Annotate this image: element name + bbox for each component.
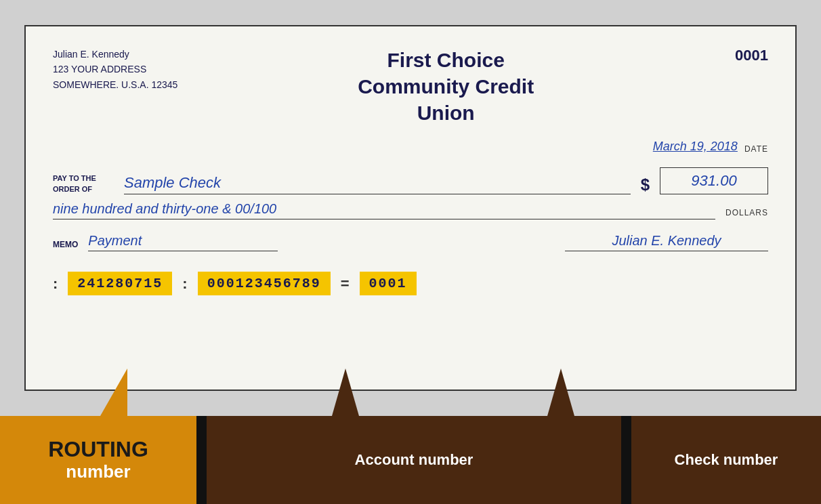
check-number-label-text: Check number [675,451,778,469]
micr-account: 000123456789 [198,272,331,295]
gap2 [625,416,631,504]
routing-sub: number [66,461,130,482]
memo-line: Payment [88,233,278,251]
memo-left: MEMO Payment [53,233,565,251]
date-label: DATE [744,144,768,154]
micr-symbol-equals: = [341,275,350,293]
date-row: March 19, 2018 DATE [53,140,768,154]
routing-arrow [100,369,127,416]
account-arrow [332,369,359,416]
payer-address1: 123 YOUR ADDRESS [53,62,177,77]
check: Julian E. Kennedy 123 YOUR ADDRESS SOMEW… [24,25,797,391]
memo-value: Payment [88,233,142,248]
gap1 [196,416,203,504]
check-number-label: Check number [631,416,821,504]
payer-name: Julian E. Kennedy [53,47,177,62]
payer-address: Julian E. Kennedy 123 YOUR ADDRESS SOMEW… [53,47,177,92]
signature-value: Julian E. Kennedy [612,233,721,248]
amount-value: 931.00 [691,172,736,189]
micr-check-number: 0001 [360,272,417,295]
pay-row: PAY TO THE ORDER OF Sample Check $ 931.0… [53,167,768,194]
account-label: Account number [207,416,621,504]
dollar-sign: $ [641,175,650,194]
pay-label: PAY TO THE ORDER OF [53,173,114,194]
micr-row: : 241280715 : 000123456789 = 0001 [53,272,768,295]
signature-area: Julian E. Kennedy [565,233,768,251]
signature-line: Julian E. Kennedy [565,233,768,251]
payer-address2: SOMEWHERE. U.S.A. 12345 [53,77,177,92]
amount-box: 931.00 [660,167,768,194]
micr-symbol-left: : [53,275,58,293]
written-amount: nine hundred and thirty-one & 00/100 [53,201,276,216]
micr-symbol-right: : [182,275,187,293]
payee-name: Sample Check [124,174,221,191]
memo-row: MEMO Payment Julian E. Kennedy [53,233,768,251]
written-amount-line: nine hundred and thirty-one & 00/100 [53,201,715,219]
account-label-text: Account number [355,451,473,469]
check-number-arrow [547,369,574,416]
check-top: Julian E. Kennedy 123 YOUR ADDRESS SOMEW… [53,47,768,126]
payee-line: Sample Check [124,174,631,194]
bank-name: First Choice Community Credit Union [358,47,534,126]
routing-label: ROUTING number [0,416,196,504]
date-value: March 19, 2018 [653,140,738,154]
routing-title: ROUTING [48,438,148,461]
written-amount-row: nine hundred and thirty-one & 00/100 DOL… [53,201,768,219]
micr-routing: 241280715 [68,272,172,295]
dollars-label: DOLLARS [725,208,768,219]
check-area: Julian E. Kennedy 123 YOUR ADDRESS SOMEW… [0,0,821,416]
memo-label: MEMO [53,240,78,251]
check-number-top: 0001 [714,47,768,64]
bottom-section: ROUTING number Account number Check numb… [0,416,821,504]
